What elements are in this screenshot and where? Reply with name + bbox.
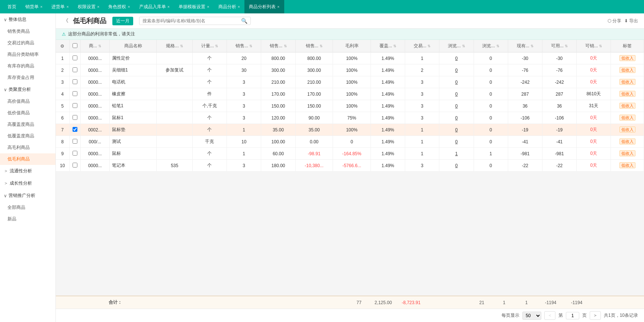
prev-page-button[interactable]: ＜	[544, 311, 555, 320]
sidebar-item-traded-goods[interactable]: 交易过的商品	[0, 37, 55, 49]
row-checkbox[interactable]	[69, 136, 80, 148]
col-available-stock[interactable]: 可用... ⇅	[542, 40, 576, 52]
col-spec[interactable]: 规格... ⇅	[157, 40, 192, 52]
row-views1[interactable]: 1	[439, 148, 474, 160]
close-icon[interactable]: ×	[40, 4, 42, 9]
row-checkbox[interactable]	[69, 148, 80, 160]
row-select-checkbox[interactable]	[73, 115, 77, 120]
row-views1[interactable]: 0	[439, 88, 474, 100]
row-views1[interactable]: 0	[439, 136, 474, 148]
sidebar-group-marketing[interactable]: ∨ 营销推广分析	[0, 189, 55, 202]
nav-item-finished-goods[interactable]: 产成品入库单 ×	[135, 0, 174, 13]
sidebar-group-cluster[interactable]: ∨ 类聚度分析	[0, 83, 55, 96]
sidebar-item-all-goods[interactable]: 全部商品	[0, 202, 55, 213]
row-views1[interactable]: 0	[439, 100, 474, 112]
col-sales-profit[interactable]: 销售... ⇅	[295, 40, 333, 52]
sidebar-item-low-margin[interactable]: 低毛利商品	[0, 153, 55, 165]
footer-total: 合计： 77 2,125.00 -8,723.91 21 1 1 -1194 -…	[56, 296, 644, 309]
col-views2[interactable]: 浏览... ⇅	[474, 40, 508, 52]
col-sales-qty[interactable]: 销售... ⇅	[227, 40, 261, 52]
col-code[interactable]: 商... ⇅	[80, 40, 110, 52]
page-end-label: 页	[582, 312, 587, 319]
sidebar-item-category-rate[interactable]: 商品分类助销率	[0, 49, 55, 60]
nav-item-home[interactable]: 首页	[3, 0, 21, 13]
close-icon[interactable]: ×	[277, 4, 279, 9]
sidebar-item-stocked-goods[interactable]: 有库存的商品	[0, 60, 55, 72]
row-select-checkbox[interactable]	[73, 103, 77, 108]
row-select-checkbox[interactable]	[73, 55, 77, 60]
close-icon[interactable]: ×	[128, 4, 130, 9]
row-checkbox[interactable]	[69, 64, 80, 76]
sidebar-item-inventory-capital[interactable]: 库存资金占用	[0, 72, 55, 83]
row-checkbox[interactable]	[69, 88, 80, 100]
sidebar-item-high-margin[interactable]: 高毛利商品	[0, 142, 55, 153]
select-all-checkbox[interactable]	[73, 43, 77, 48]
sidebar-group-flow[interactable]: ＞ 流通性分析	[0, 165, 55, 177]
row-code: 0000...	[80, 100, 110, 112]
row-select-checkbox[interactable]	[73, 163, 77, 168]
search-input[interactable]	[142, 18, 241, 23]
row-views1[interactable]: 0	[439, 52, 474, 64]
row-views1[interactable]: 0	[439, 124, 474, 136]
page-number-input[interactable]	[566, 312, 579, 319]
nav-item-purchase[interactable]: 进货单 ×	[47, 0, 73, 13]
per-page-select[interactable]: 50 100	[522, 312, 541, 320]
collapse-sidebar-button[interactable]: 《	[62, 17, 70, 24]
row-checkbox[interactable]	[69, 52, 80, 64]
top-nav: 首页 销货单 × 进货单 × 权限设置 × 角色授权 × 产成品入库单 × 单据…	[0, 0, 644, 13]
col-views1[interactable]: 浏览... ⇅	[439, 40, 474, 52]
nav-item-analysis-list[interactable]: 商品分析列表 ×	[244, 0, 284, 13]
date-filter-button[interactable]: 近一月	[112, 17, 133, 25]
row-select-checkbox[interactable]	[73, 127, 77, 132]
row-select-checkbox[interactable]	[73, 79, 77, 84]
sidebar-item-low-coverage[interactable]: 低覆盖度商品	[0, 130, 55, 142]
sidebar-item-sales-goods[interactable]: 销售类商品	[0, 26, 55, 37]
sidebar-item-new-goods[interactable]: 新品	[0, 213, 55, 225]
col-unit[interactable]: 计量... ⇅	[192, 40, 227, 52]
row-checkbox[interactable]	[69, 124, 80, 136]
close-icon[interactable]: ×	[207, 4, 209, 9]
nav-item-roles[interactable]: 角色授权 ×	[104, 0, 134, 13]
col-transactions[interactable]: 交易... ⇅	[405, 40, 439, 52]
sidebar-group-growth[interactable]: ＞ 成长性分析	[0, 177, 55, 189]
row-select-checkbox[interactable]	[73, 139, 77, 144]
col-tag[interactable]: 标签	[611, 40, 644, 52]
sidebar-item-low-value[interactable]: 低价值商品	[0, 107, 55, 119]
row-checkbox[interactable]	[69, 160, 80, 172]
row-select-checkbox[interactable]	[73, 151, 77, 156]
export-button[interactable]: ⬇ 导出	[624, 18, 638, 24]
sidebar-item-high-value[interactable]: 高价值商品	[0, 96, 55, 107]
row-checkbox[interactable]	[69, 76, 80, 88]
row-select-checkbox[interactable]	[73, 91, 77, 96]
row-views1[interactable]: 0	[439, 112, 474, 124]
close-icon[interactable]: ×	[66, 4, 68, 9]
sidebar-item-high-coverage[interactable]: 高覆盖度商品	[0, 119, 55, 130]
col-checkbox[interactable]	[69, 40, 80, 52]
row-select-checkbox[interactable]	[73, 67, 77, 72]
col-sales-price[interactable]: 销售... ⇅	[261, 40, 295, 52]
nav-item-analysis[interactable]: 商品分析 ×	[214, 0, 244, 13]
col-coverage[interactable]: 覆盖... ⇅	[371, 40, 405, 52]
sidebar-group-overall[interactable]: ∨ 整体信息	[0, 13, 55, 26]
nav-item-sales[interactable]: 销货单 ×	[21, 0, 47, 13]
row-no: 7	[56, 124, 69, 136]
nav-item-permissions[interactable]: 权限设置 ×	[73, 0, 104, 13]
nav-item-template[interactable]: 单据模板设置 ×	[174, 0, 214, 13]
col-current-stock[interactable]: 现有... ⇅	[508, 40, 542, 52]
row-views1[interactable]: 0	[439, 160, 474, 172]
close-icon[interactable]: ×	[167, 4, 170, 9]
close-icon[interactable]: ×	[238, 4, 240, 9]
row-checkbox[interactable]	[69, 100, 80, 112]
col-gross-margin[interactable]: 毛利率	[333, 40, 371, 52]
col-sellable-days[interactable]: 可销... ⇅	[577, 40, 611, 52]
col-name[interactable]: 商品名称	[110, 40, 157, 52]
row-unit: 件	[192, 88, 227, 100]
close-icon[interactable]: ×	[97, 4, 99, 9]
row-views1[interactable]: 0	[439, 64, 474, 76]
share-button[interactable]: ⬡ 分享	[608, 18, 621, 24]
next-page-button[interactable]: ＞	[590, 311, 601, 320]
row-views1[interactable]: 0	[439, 76, 474, 88]
col-settings[interactable]: ⚙	[56, 40, 69, 52]
row-checkbox[interactable]	[69, 112, 80, 124]
table-container[interactable]: ⚙ 商... ⇅ 商品名称 规格...	[56, 40, 644, 296]
